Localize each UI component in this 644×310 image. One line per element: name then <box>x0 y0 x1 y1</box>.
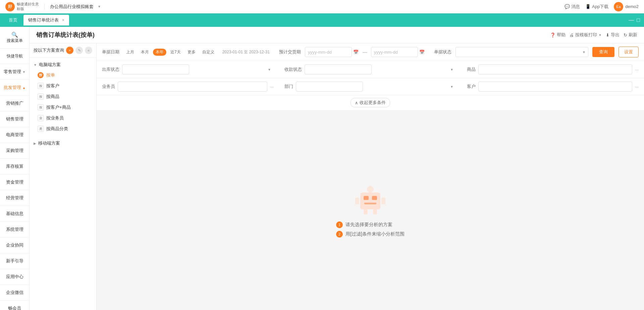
export-button[interactable]: ⬇ 导出 <box>606 32 620 38</box>
payment-status-cell: 收款状态 ▼ <box>279 61 462 78</box>
print-dropdown-arrow[interactable]: ▼ <box>598 33 602 37</box>
customer-dots[interactable]: ··· <box>635 84 639 89</box>
sidebar-item-system[interactable]: 系统管理 <box>0 222 29 237</box>
sidebar-item-search[interactable]: 🔍 搜索菜单 <box>0 27 29 48</box>
tab-home[interactable]: 首页 <box>4 15 22 25</box>
query-button[interactable]: 查询 <box>592 47 614 57</box>
avatar: Ea <box>614 2 623 11</box>
logo-text: 畅捷通好生意 标版 <box>17 2 39 11</box>
pill-this-year[interactable]: 本年 <box>153 49 166 56</box>
goods-input[interactable] <box>478 64 632 74</box>
minimize-icon[interactable]: — <box>629 17 634 23</box>
salesperson-input[interactable] <box>118 82 267 92</box>
filter-row-2: 出库状态 ▼ 收款状态 ▼ <box>97 61 644 78</box>
sidebar-item-operations[interactable]: 经营管理 <box>0 190 29 206</box>
sidebar-item-marketing[interactable]: 营销推广 <box>0 96 29 111</box>
sidebar-item-newbie[interactable]: 新手引导 <box>0 253 29 269</box>
bill-status-select[interactable] <box>455 47 588 57</box>
sidebar-item-sales[interactable]: 销售管理 <box>0 111 29 127</box>
tab-close-button[interactable]: × <box>62 18 64 22</box>
expected-delivery-to-input[interactable] <box>371 47 418 57</box>
filter-row-1: 单据日期 上月 本月 本年 近7天 更多 自定义 2023-01-01 至 20… <box>97 43 644 61</box>
system-dropdown-arrow[interactable]: ▼ <box>98 5 101 8</box>
collapse-button[interactable]: ∧ 收起更多条件 <box>351 98 390 107</box>
sidebar-item-quick-nav[interactable]: 快捷导航 <box>0 49 29 64</box>
expected-delivery-label: 预计交货期 <box>279 49 301 55</box>
pill-custom[interactable]: 自定义 <box>200 49 217 56</box>
sidebar-item-finance[interactable]: 资金管理 <box>0 174 29 190</box>
department-label: 部门 <box>284 84 293 90</box>
desktop-group-arrow-icon: ▼ <box>34 63 37 67</box>
scheme-by-customer-goods-icon: 按 <box>38 104 44 110</box>
sidebar-item-member[interactable]: 畅会员 <box>0 301 29 310</box>
sidebar-item-enterprise-wechat[interactable]: 企业微信 <box>0 285 29 300</box>
delivery-status-select[interactable] <box>122 64 189 74</box>
svg-rect-5 <box>381 198 385 204</box>
help-icon: ❓ <box>550 33 555 38</box>
help-button[interactable]: ❓ 帮助 <box>550 32 566 38</box>
step-2-num: 2 <box>336 231 343 238</box>
empty-steps: 1 请先选择要分析的方案 2 用[过滤]条件来缩小分析范围 <box>336 221 405 238</box>
sidebar-item-app-center[interactable]: 应用中心 <box>0 269 29 285</box>
sidebar-item-purchase[interactable]: 采购管理 <box>0 143 29 158</box>
scheme-item-by-order[interactable]: 按 按单 <box>30 70 96 81</box>
svg-rect-7 <box>373 209 377 214</box>
right-content: 单据日期 上月 本月 本年 近7天 更多 自定义 2023-01-01 至 20… <box>97 43 644 310</box>
pill-more[interactable]: 更多 <box>185 49 198 56</box>
settings-button[interactable]: 设置 <box>619 47 639 57</box>
calendar-to-icon[interactable]: 📅 <box>419 50 425 55</box>
scheme-item-by-customer[interactable]: 按 按客户 <box>30 81 96 91</box>
empty-state: 1 请先选择要分析的方案 2 用[过滤]条件来缩小分析范围 <box>97 110 644 310</box>
payment-status-select[interactable] <box>305 64 372 74</box>
sidebar-item-retail[interactable]: 零售管理 ▼ <box>0 64 29 80</box>
mobile-scheme-group: ▶ 移动端方案 <box>30 136 96 150</box>
scheme-by-goods-category-icon: 类 <box>38 126 44 132</box>
app-download-icon: 📱 <box>585 4 591 9</box>
customer-input[interactable] <box>478 82 632 92</box>
print-button[interactable]: 🖨 按模板打印 ▼ <box>570 32 602 38</box>
collapse-icon: ∧ <box>355 100 358 105</box>
export-icon: ⬇ <box>606 33 609 38</box>
wholesale-arrow-icon: ▲ <box>22 86 26 90</box>
edit-scheme-button[interactable]: ✎ <box>75 47 83 54</box>
delivery-status-arrow-icon: ▼ <box>268 68 271 71</box>
sidebar-item-basic[interactable]: 基础信息 <box>0 206 29 221</box>
expected-delivery-from-input[interactable] <box>305 47 352 57</box>
scheme-item-by-goods-category[interactable]: 类 按商品分类 <box>30 123 96 134</box>
sidebar-item-ecommerce[interactable]: 电商管理 <box>0 127 29 143</box>
pill-last-month[interactable]: 上月 <box>123 49 137 56</box>
salesperson-dots[interactable]: ··· <box>270 84 274 89</box>
pill-last-7-days[interactable]: 近7天 <box>168 49 183 56</box>
scheme-item-by-goods[interactable]: 按 按商品 <box>30 91 96 102</box>
user-profile[interactable]: Ea demo2 <box>614 2 639 11</box>
left-panel: 按以下方案查询 + ✎ « ▼ 电脑端方案 按 按单 <box>30 43 97 310</box>
goods-dots[interactable]: ··· <box>635 67 639 72</box>
retail-arrow-icon: ▼ <box>22 70 26 74</box>
pill-this-month[interactable]: 本月 <box>138 49 152 56</box>
refresh-button[interactable]: ↻ 刷新 <box>624 32 637 38</box>
collapse-panel-button[interactable]: « <box>85 47 92 54</box>
calendar-from-icon[interactable]: 📅 <box>353 50 359 55</box>
message-action[interactable]: 💬 消息 <box>565 4 580 10</box>
page-title: 销售订单统计表(按单) <box>36 31 95 43</box>
svg-rect-6 <box>364 209 368 214</box>
app-download-action[interactable]: 📱 App下载 <box>585 4 608 10</box>
step-1-num: 1 <box>336 221 343 228</box>
sidebar-item-wholesale[interactable]: 批发管理 ▲ <box>0 80 29 95</box>
department-select[interactable] <box>296 82 363 92</box>
scheme-item-by-customer-goods[interactable]: 按 按客户+商品 <box>30 102 96 113</box>
desktop-group-label[interactable]: ▼ 电脑端方案 <box>30 60 96 70</box>
mobile-group-label[interactable]: ▶ 移动端方案 <box>30 138 96 148</box>
goods-label: 商品 <box>467 66 476 72</box>
sidebar: 🔍 搜索菜单 快捷导航 零售管理 ▼ 批发管理 ▲ 营销推广 <box>0 27 30 310</box>
delivery-status-label: 出库状态 <box>102 66 119 72</box>
sidebar-item-enterprise[interactable]: 企业协同 <box>0 238 29 253</box>
sidebar-item-inventory[interactable]: 库存核算 <box>0 159 29 174</box>
payment-status-label: 收款状态 <box>284 66 302 72</box>
add-scheme-button[interactable]: + <box>66 47 73 54</box>
maximize-icon[interactable]: □ <box>637 17 640 23</box>
tab-sales-order-stat[interactable]: 销售订单统计表 × <box>23 15 69 25</box>
nav-tabs: 首页 销售订单统计表 × — □ <box>0 13 644 27</box>
collapse-bar: ∧ 收起更多条件 <box>97 95 644 110</box>
scheme-item-by-salesperson[interactable]: 业 按业务员 <box>30 113 96 123</box>
